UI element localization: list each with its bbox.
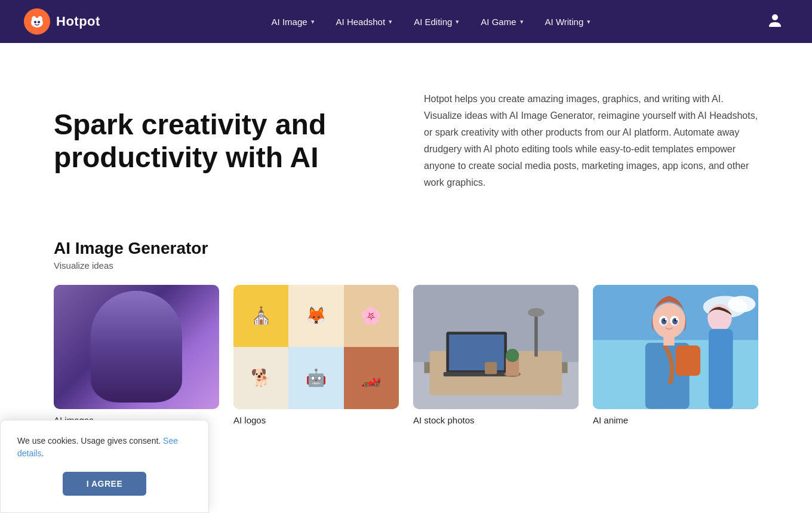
- svg-point-17: [506, 349, 519, 362]
- svg-point-34: [665, 319, 666, 321]
- nav-item-ai-writing[interactable]: AI Writing ▾: [536, 12, 601, 32]
- gallery-label-3: AI anime: [593, 415, 758, 425]
- logo-cell-0: ⛪: [233, 285, 288, 347]
- svg-rect-12: [444, 372, 510, 376]
- nav-item-ai-headshot[interactable]: AI Headshot ▾: [327, 12, 402, 32]
- gallery-item-3[interactable]: AI anime: [593, 285, 758, 425]
- gallery-image-2: [413, 285, 579, 409]
- logo-cell-2: 🌸: [344, 285, 399, 347]
- gallery-item-2[interactable]: AI stock photos: [413, 285, 579, 425]
- svg-rect-36: [676, 346, 701, 376]
- gallery-image-1: ⛪ 🦊 🌸 🐕 🤖 🏎️: [233, 285, 399, 409]
- svg-rect-24: [709, 329, 733, 409]
- navbar: Hotpot AI Image ▾ AI Headshot ▾ AI Editi…: [0, 0, 812, 43]
- chevron-down-icon: ▾: [520, 18, 524, 26]
- gallery-grid: AI images ⛪ 🦊 🌸 🐕 🤖 🏎️ AI logos: [54, 285, 758, 425]
- nav-item-ai-game[interactable]: AI Game ▾: [471, 12, 533, 32]
- nav-links: AI Image ▾ AI Headshot ▾ AI Editing ▾ AI…: [262, 12, 601, 32]
- logo-cell-1: 🦊: [288, 285, 343, 347]
- logo-cell-3: 🐕: [233, 347, 288, 409]
- svg-point-14: [528, 308, 545, 317]
- chevron-down-icon: ▾: [587, 18, 590, 26]
- brand-name: Hotpot: [56, 14, 100, 29]
- svg-point-27: [653, 303, 685, 338]
- logo-cell-4: 🤖: [288, 347, 343, 409]
- nav-item-ai-image[interactable]: AI Image ▾: [262, 12, 324, 32]
- gallery-image-3: [593, 285, 758, 409]
- cookie-banner: We use cookies. Usage gives consent. See…: [0, 420, 209, 461]
- svg-point-5: [772, 14, 778, 20]
- gallery-label-2: AI stock photos: [413, 415, 579, 425]
- chevron-down-icon: ▾: [456, 18, 459, 26]
- brand-logo[interactable]: Hotpot: [24, 8, 100, 35]
- hero-title: Spark creativity and productivity with A…: [54, 108, 388, 174]
- logo-icon: [24, 8, 50, 35]
- hero-section: Spark creativity and productivity with A…: [0, 43, 812, 227]
- gallery-item-0[interactable]: AI images: [54, 285, 219, 425]
- user-icon[interactable]: [762, 7, 788, 36]
- logo-cell-5: 🏎️: [344, 347, 399, 409]
- svg-point-22: [728, 296, 755, 312]
- section-subtitle: Visualize ideas: [54, 260, 758, 271]
- gallery-image-0: [54, 285, 219, 409]
- nav-item-ai-editing[interactable]: AI Editing ▾: [404, 12, 469, 32]
- cookie-text: We use cookies. Usage gives consent. See…: [17, 435, 192, 460]
- section-title: AI Image Generator: [54, 239, 758, 258]
- gallery-label-1: AI logos: [233, 415, 399, 425]
- svg-point-35: [676, 319, 678, 321]
- svg-point-3: [34, 21, 36, 23]
- hero-left: Spark creativity and productivity with A…: [54, 108, 388, 174]
- chevron-down-icon: ▾: [311, 18, 315, 26]
- hero-description: Hotpot helps you create amazing images, …: [424, 91, 758, 191]
- hero-right: Hotpot helps you create amazing images, …: [424, 91, 758, 191]
- gallery-item-1[interactable]: ⛪ 🦊 🌸 🐕 🤖 🏎️ AI logos: [233, 285, 399, 425]
- svg-point-4: [38, 21, 40, 23]
- svg-rect-13: [534, 312, 538, 357]
- svg-rect-18: [485, 362, 497, 374]
- chevron-down-icon: ▾: [389, 18, 392, 26]
